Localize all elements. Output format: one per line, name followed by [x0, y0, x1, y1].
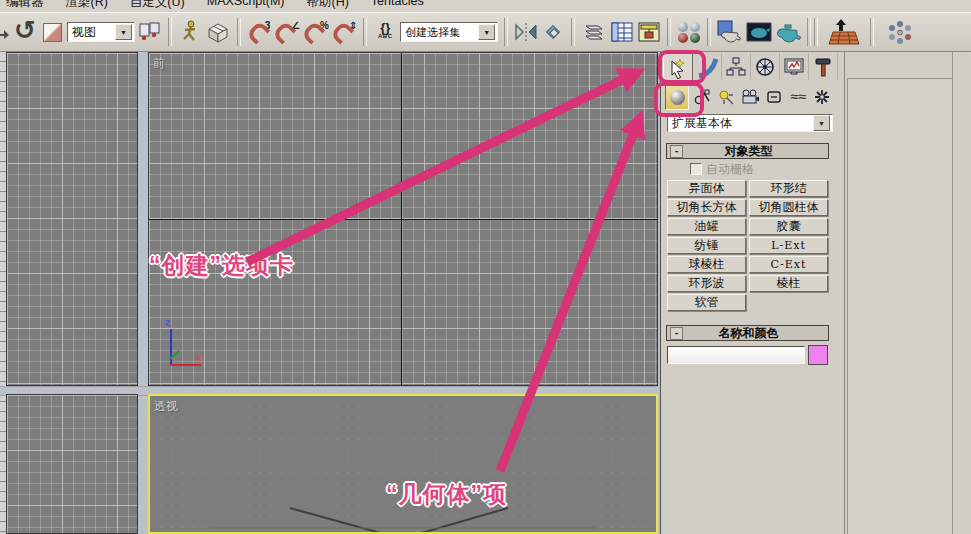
button-chamfercyl[interactable]: 切角圆柱体 — [749, 199, 828, 216]
category-cameras[interactable] — [739, 85, 761, 109]
collapse-icon[interactable]: - — [670, 145, 683, 158]
tab-hierarchy[interactable] — [722, 53, 751, 80]
toolbar-separator — [870, 18, 874, 46]
percent-snap-button[interactable]: % — [303, 17, 329, 47]
button-prism[interactable]: 棱柱 — [749, 275, 828, 292]
curve-editor-button[interactable] — [610, 17, 634, 47]
named-selection-sets-button[interactable]: {} ABC — [373, 17, 397, 47]
undo-button[interactable]: ↺ — [13, 17, 37, 47]
mirror-button[interactable] — [514, 17, 538, 47]
front-grid-vertical-axis — [401, 53, 402, 385]
menu-item-help[interactable]: 帮助(H) — [307, 0, 349, 11]
angle-snap-button[interactable]: ∠ — [274, 17, 300, 47]
tab-display[interactable] — [780, 53, 809, 80]
schematic-view-button[interactable] — [637, 17, 661, 47]
material-editor-button[interactable] — [677, 17, 701, 47]
button-gengon[interactable]: 球棱柱 — [667, 256, 746, 273]
selection-set-arrow-icon[interactable]: ▼ — [478, 24, 495, 40]
selection-set-combo[interactable]: 创建选择集 ▼ — [400, 17, 498, 47]
viewport-front[interactable]: 前 z x — [148, 52, 658, 386]
menu-item-editors[interactable]: 编辑器 — [6, 0, 44, 11]
toolbar-separator — [667, 18, 671, 46]
button-hedra[interactable]: 异面体 — [667, 180, 746, 197]
button-torus-knot[interactable]: 环形结 — [749, 180, 828, 197]
helpers-icon — [765, 88, 783, 106]
spinner-snap-button[interactable]: ⇕ — [332, 17, 357, 47]
name-color-rollout-header[interactable]: - 名称和颜色 — [666, 325, 829, 341]
rendered-frame-button[interactable] — [746, 17, 772, 47]
material-editor-icon — [678, 22, 701, 43]
category-systems[interactable] — [811, 85, 833, 109]
viewport-front-label[interactable]: 前 — [153, 55, 165, 72]
cameras-icon — [741, 88, 759, 106]
package-button[interactable] — [205, 17, 231, 47]
layers-icon — [581, 21, 607, 43]
menu-item-rendering[interactable]: 渲染(R) — [66, 0, 108, 11]
menu-item-maxscript[interactable]: MAXScript(M) — [207, 0, 285, 11]
axis-x-label: x — [196, 352, 202, 363]
viewport-bottom-left[interactable] — [6, 394, 138, 534]
select-region-icon — [43, 23, 62, 42]
viewport-perspective[interactable]: 透视 — [148, 394, 658, 534]
collapse-icon[interactable]: - — [670, 327, 683, 340]
button-ringwave[interactable]: 环形波 — [667, 275, 746, 292]
primitive-category-arrow-icon[interactable]: ▼ — [813, 115, 830, 131]
view-combo[interactable]: 视图 ▼ — [67, 17, 135, 47]
graphite-grid-icon — [827, 18, 861, 46]
link-flyout-icon[interactable] — [0, 17, 10, 47]
autogrid-checkbox[interactable] — [690, 163, 702, 175]
button-capsule[interactable]: 胶囊 — [749, 218, 828, 235]
lights-icon — [717, 88, 735, 106]
render-teapot-icon — [775, 21, 801, 43]
button-hose[interactable]: 软管 — [667, 294, 746, 311]
array-cluster-button[interactable] — [880, 17, 920, 47]
toolbar-separator — [707, 18, 711, 46]
button-chamferbox[interactable]: 切角长方体 — [667, 199, 746, 216]
toolbar-separator — [504, 18, 508, 46]
button-l-ext[interactable]: L-Ext — [749, 237, 828, 254]
tab-motion[interactable] — [751, 53, 780, 80]
render-setup-button[interactable] — [717, 17, 743, 47]
walkthrough-button[interactable] — [178, 17, 202, 47]
category-space-warps[interactable]: ≈≈ — [787, 85, 809, 109]
package-box-icon — [205, 20, 231, 44]
align-button[interactable] — [541, 17, 565, 47]
space-warps-icon: ≈≈ — [790, 94, 805, 100]
main-toolbar: ↺ 视图 ▼ — [0, 13, 971, 52]
graphite-tools-button[interactable] — [824, 17, 864, 47]
render-button[interactable] — [775, 17, 801, 47]
view-combo-arrow-icon[interactable]: ▼ — [115, 24, 132, 40]
undo-icon: ↺ — [14, 17, 36, 43]
button-spindle[interactable]: 纺锤 — [667, 237, 746, 254]
selection-set-value: 创建选择集 — [403, 25, 462, 40]
menu-item-tentacles[interactable]: Tentacles — [371, 0, 424, 11]
panel-right-edge — [952, 52, 953, 534]
layers-button[interactable] — [581, 17, 607, 47]
geometry-annotation: “几何体”项 — [386, 479, 507, 510]
snap-toggle-button[interactable]: 3 — [247, 17, 271, 47]
select-region-button[interactable] — [40, 17, 64, 47]
object-type-rollout-header[interactable]: - 对象类型 — [666, 143, 829, 159]
manage-links-button[interactable] — [138, 17, 162, 47]
autogrid-label: 自动栅格 — [706, 161, 754, 178]
toolbar-separator — [814, 18, 818, 46]
command-panel: ≈≈ 扩展基本体 ▼ - 对象类型 自动栅格 — [660, 52, 971, 534]
menu-item-customize[interactable]: 自定义(U) — [130, 0, 185, 11]
toolbar-separator — [807, 18, 811, 46]
menu-bar: 编辑器 渲染(R) 自定义(U) MAXScript(M) 帮助(H) Tent… — [0, 0, 971, 13]
object-type-buttons: 异面体 环形结 切角长方体 切角圆柱体 油罐 胶囊 纺锤 L-Ext 球棱柱 C… — [666, 177, 829, 311]
tab-utilities[interactable] — [809, 53, 838, 80]
object-name-input[interactable] — [667, 346, 805, 364]
front-grid-horizontal-axis — [149, 219, 657, 220]
viewport-top-left[interactable] — [6, 52, 138, 386]
hierarchy-icon — [725, 56, 747, 78]
category-helpers[interactable] — [763, 85, 785, 109]
view-combo-value: 视图 — [70, 24, 98, 41]
geometry-highlight-box — [654, 82, 704, 117]
object-type-title: 对象类型 — [686, 143, 811, 160]
button-oiltank[interactable]: 油罐 — [667, 218, 746, 235]
viewport-vertical-splitter[interactable] — [138, 52, 148, 534]
button-c-ext[interactable]: C-Ext — [749, 256, 828, 273]
object-color-swatch[interactable] — [808, 345, 828, 365]
category-lights[interactable] — [715, 85, 737, 109]
